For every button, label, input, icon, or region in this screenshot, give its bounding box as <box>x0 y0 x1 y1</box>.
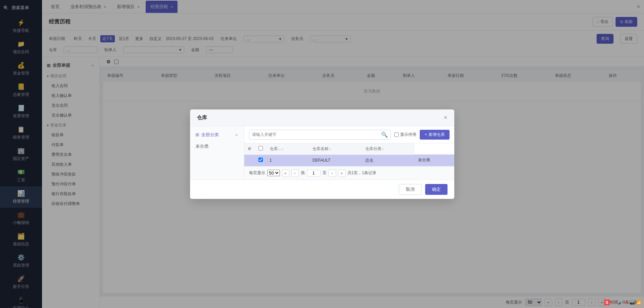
modal-overlay: 仓库 × ⊞ 全部分类 « 未分类 <box>0 0 644 308</box>
watermark-wifi: 📶 <box>636 300 641 305</box>
add-label: 新增仓库 <box>429 132 445 138</box>
show-disabled-checkbox[interactable] <box>394 132 399 137</box>
col-code: 仓库...↕ <box>266 143 309 155</box>
show-disabled-text: 显示停用 <box>400 132 416 138</box>
row-code: DEFAULT <box>309 155 362 166</box>
dialog-select-all[interactable] <box>258 146 263 150</box>
dialog-table: ⚙ 仓库...↕ 仓库名称↕ 仓库分类↕ 1 <box>244 143 454 166</box>
dialog-header: 仓库 × <box>190 109 454 126</box>
dialog-search-box[interactable]: 🔍 <box>249 130 391 140</box>
category-collapse-btn[interactable]: « <box>235 132 238 138</box>
watermark-monitor: 🖥 <box>624 300 628 305</box>
add-icon: + <box>424 132 427 137</box>
dialog-toolbar: 🔍 显示停用 + 新增仓库 <box>244 126 454 143</box>
dialog-total-label: 共1页，1条记录 <box>348 170 376 176</box>
watermark-text: 中• <box>611 300 617 305</box>
add-warehouse-button[interactable]: + 新增仓库 <box>420 130 449 140</box>
col-category: 仓库分类↕ <box>362 143 415 155</box>
dialog-prev-btn[interactable]: ‹ <box>291 169 299 177</box>
dialog-cancel-button[interactable]: 取消 <box>399 184 422 195</box>
dialog-search-input[interactable] <box>252 132 379 137</box>
category-unclassified[interactable]: 未分类 <box>190 141 244 152</box>
dialog-content-panel: 🔍 显示停用 + 新增仓库 <box>244 126 454 180</box>
row-settings <box>244 155 255 166</box>
col-check <box>255 143 266 155</box>
category-unclassified-label: 未分类 <box>195 143 209 149</box>
row-checkbox[interactable] <box>255 155 266 166</box>
category-panel: ⊞ 全部分类 « 未分类 <box>190 126 244 180</box>
watermark: S 中• 🎤 🖥 📷 📶 <box>604 300 641 305</box>
col-settings: ⚙ <box>244 143 255 155</box>
dialog-last-btn[interactable]: » <box>338 169 346 177</box>
dialog-table-wrap: ⚙ 仓库...↕ 仓库名称↕ 仓库分类↕ 1 <box>244 143 454 166</box>
dialog-perpage-label: 每页显示 <box>249 170 265 176</box>
category-all-label: 全部分类 <box>201 132 219 138</box>
dialog-next-btn[interactable]: › <box>329 169 336 177</box>
dialog-page-label: 第 <box>301 170 305 176</box>
dialog-search-icon: 🔍 <box>381 131 388 138</box>
dialog-page-info: 每页显示 50 « ‹ 第 页 › » 共1页，1条记录 <box>249 169 376 177</box>
watermark-icon: S <box>604 300 610 305</box>
col-name: 仓库名称↕ <box>309 143 362 155</box>
dialog-confirm-button[interactable]: 确定 <box>425 184 448 195</box>
row-name: 总仓 <box>362 155 415 166</box>
warehouse-dialog: 仓库 × ⊞ 全部分类 « 未分类 <box>190 109 454 199</box>
dialog-page-input[interactable] <box>307 170 320 177</box>
dialog-body: ⊞ 全部分类 « 未分类 🔍 显示停用 <box>190 126 454 180</box>
watermark-extra: 📷 <box>630 300 635 305</box>
dialog-title: 仓库 <box>197 115 207 121</box>
row-id: 1 <box>266 155 309 166</box>
table-row[interactable]: 1 DEFAULT 总仓 未分类 <box>244 155 454 166</box>
dialog-close-button[interactable]: × <box>444 114 448 121</box>
dialog-perpage-select[interactable]: 50 <box>267 170 280 176</box>
watermark-mic: 🎤 <box>618 300 623 305</box>
category-all[interactable]: ⊞ 全部分类 « <box>190 129 244 141</box>
dialog-table-header: ⚙ 仓库...↕ 仓库名称↕ 仓库分类↕ <box>244 143 454 155</box>
dialog-pagination: 每页显示 50 « ‹ 第 页 › » 共1页，1条记录 <box>244 166 454 180</box>
dialog-first-btn[interactable]: « <box>282 169 289 177</box>
category-all-icon: ⊞ <box>195 132 199 137</box>
row-category: 未分类 <box>415 155 454 166</box>
show-disabled-label[interactable]: 显示停用 <box>394 132 416 138</box>
dialog-page-suffix: 页 <box>323 170 327 176</box>
